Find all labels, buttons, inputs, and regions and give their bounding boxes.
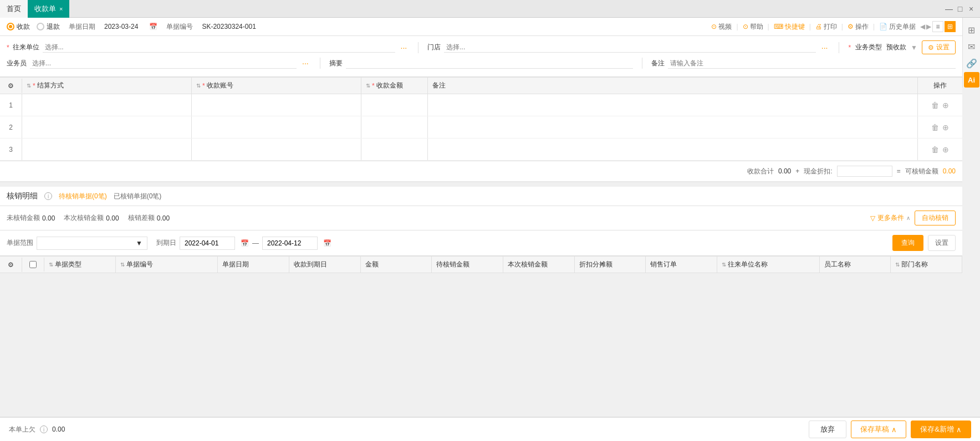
settings-button[interactable]: ⚙ 设置	[922, 40, 956, 54]
unwriteoff-label: 未核销金额	[7, 213, 40, 223]
writeoff-section-header: 核销明细 i 待核销单据(0笔) 已核销单据(0笔)	[0, 187, 962, 206]
remark-input[interactable]	[668, 58, 956, 69]
date-label: 单据日期	[69, 22, 95, 32]
row-3-amount[interactable]	[361, 139, 428, 160]
partner-label: 往来单位	[13, 43, 39, 52]
plus-sign: +	[795, 167, 799, 175]
summary-input[interactable]	[346, 58, 634, 69]
form-area: * 往来单位 ··· 门店 ··· * 业务类型 预收款 ▼ ⚙	[0, 36, 962, 77]
tab-home[interactable]: 首页	[0, 0, 28, 18]
due-date-from-input[interactable]	[180, 237, 235, 250]
row-1-amount[interactable]	[361, 94, 428, 116]
bottom-table-checkbox[interactable]	[22, 258, 44, 271]
maximize-button[interactable]: □	[956, 4, 964, 13]
col-settle: ⇅ * 结算方式	[22, 78, 192, 94]
tab-close-icon[interactable]: ×	[59, 6, 63, 12]
tab-home-label: 首页	[7, 4, 21, 14]
col-account: ⇅ * 收款账号	[192, 78, 361, 94]
writeoff-info-icon[interactable]: i	[44, 192, 52, 200]
row-1-note[interactable]	[428, 94, 918, 116]
salesman-input[interactable]	[30, 58, 297, 69]
bill-range-arrow-icon: ▼	[136, 239, 142, 247]
nav-next-icon[interactable]: ▶	[926, 23, 931, 30]
row-3-account[interactable]	[192, 139, 361, 160]
history-label: 历史单据	[889, 22, 916, 32]
row-3-copy-icon[interactable]: ⊕	[942, 145, 949, 154]
print-button[interactable]: 🖨 打印	[815, 22, 837, 32]
minimize-button[interactable]: —	[945, 4, 953, 13]
store-input[interactable]	[444, 42, 816, 53]
auto-writeoff-button[interactable]: 自动核销	[915, 211, 956, 225]
save-new-button[interactable]: 保存&新增 ∧	[911, 421, 971, 438]
biz-type-select[interactable]: 预收款 ▼	[886, 43, 917, 52]
save-draft-button[interactable]: 保存草稿 ∧	[851, 421, 906, 438]
col-action: 操作	[918, 78, 962, 94]
sidebar-ai-icon[interactable]: Ai	[964, 72, 979, 88]
sidebar-table-icon[interactable]: ⊞	[964, 22, 979, 38]
tab-active[interactable]: 收款单 ×	[28, 0, 69, 18]
row-3-note[interactable]	[428, 139, 918, 160]
partner-more-icon[interactable]: ···	[399, 43, 410, 52]
list-view-icon[interactable]: ≡	[932, 21, 943, 32]
nav-prev-icon[interactable]: ◀	[920, 23, 925, 30]
discard-button[interactable]: 放弃	[809, 421, 846, 438]
row-3-no: 3	[0, 139, 22, 160]
calendar-icon[interactable]: 📅	[149, 23, 157, 30]
row-2-note[interactable]	[428, 116, 918, 138]
toolbar-actions: ⊙ 视频 | ⊙ 帮助 | ⌨ 快捷键 | 🖨 打印 | ⚙ 操作	[711, 21, 956, 32]
filter-icon: ▽	[870, 214, 875, 222]
more-conditions-button[interactable]: ▽ 更多条件 ∧	[870, 213, 910, 223]
row-1-copy-icon[interactable]: ⊕	[942, 101, 949, 110]
due-date-to-input[interactable]	[262, 237, 318, 250]
help-label: 帮助	[750, 22, 763, 32]
due-date-label: 到期日	[156, 238, 176, 248]
done-writeoff-tab[interactable]: 已核销单据(0笔)	[114, 192, 162, 201]
close-button[interactable]: ×	[967, 4, 976, 13]
row-1-account[interactable]	[192, 94, 361, 116]
radio-receive[interactable]: 收款	[7, 22, 30, 32]
sidebar-mail-icon[interactable]: ✉	[964, 39, 979, 54]
row-2-account[interactable]	[192, 116, 361, 138]
shortcut-button[interactable]: ⌨ 快捷键	[774, 22, 805, 32]
pending-writeoff-tab[interactable]: 待核销单据(0笔)	[59, 192, 107, 201]
col-employee: 员工名称	[820, 257, 891, 273]
salesman-field: 业务员 ···	[7, 58, 311, 69]
filter-settings-button[interactable]: 设置	[928, 235, 956, 251]
help-button[interactable]: ⊙ 帮助	[743, 22, 763, 32]
select-all-checkbox[interactable]	[29, 261, 37, 268]
row-2-delete-icon[interactable]: 🗑	[931, 123, 939, 132]
print-label: 打印	[824, 22, 837, 32]
table-settings-icon[interactable]: ⚙	[0, 79, 22, 93]
calendar-to-icon[interactable]: 📅	[323, 239, 331, 247]
row-3-delete-icon[interactable]: 🗑	[931, 145, 939, 154]
row-2-copy-icon[interactable]: ⊕	[942, 123, 949, 132]
cur-writeoff-label: 本次核销金额	[64, 213, 104, 223]
row-2-settle[interactable]	[22, 116, 192, 138]
shortcut-icon: ⌨	[774, 23, 783, 30]
discount-input[interactable]	[837, 166, 892, 177]
bill-range-select[interactable]: ▼	[37, 237, 147, 250]
form-view-icon[interactable]: ⊞	[945, 21, 956, 32]
video-button[interactable]: ⊙ 视频	[711, 22, 732, 32]
save-new-arrow-icon: ∧	[956, 425, 962, 434]
row-2-amount[interactable]	[361, 116, 428, 138]
sidebar-link-icon[interactable]: 🔗	[964, 55, 979, 71]
history-button[interactable]: 📄 历史单据	[879, 22, 916, 32]
radio-return[interactable]: 退款	[37, 22, 60, 32]
settings-label: 设置	[936, 43, 950, 52]
calendar-from-icon[interactable]: 📅	[241, 239, 249, 247]
operation-button[interactable]: ⚙ 操作	[848, 22, 869, 32]
row-1-delete-icon[interactable]: 🗑	[931, 101, 939, 110]
query-button[interactable]: 查询	[892, 235, 923, 251]
store-more-icon[interactable]: ···	[819, 43, 830, 52]
row-1-settle[interactable]	[22, 94, 192, 116]
row-1-action: 🗑 ⊕	[918, 94, 962, 116]
summary-label: 摘要	[329, 59, 343, 68]
partner-input[interactable]	[43, 42, 395, 53]
total-value: 0.00	[778, 167, 791, 175]
salesman-more-icon[interactable]: ···	[300, 59, 311, 68]
divider-3	[320, 58, 320, 69]
unwriteoff-value: 0.00	[42, 214, 55, 222]
bottom-table-gear[interactable]: ⚙	[0, 258, 22, 272]
row-3-settle[interactable]	[22, 139, 192, 160]
